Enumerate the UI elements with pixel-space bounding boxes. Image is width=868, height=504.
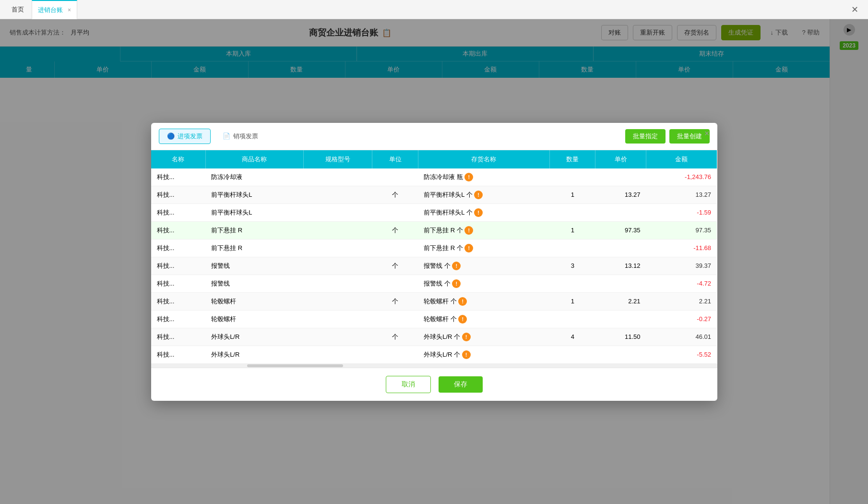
td-spec	[303, 346, 372, 363]
stock-name-text: 前平衡杆球头L 个	[424, 191, 472, 198]
td-stock-name: 前下悬挂 R 个 !	[418, 239, 550, 257]
td-unit	[372, 275, 418, 292]
td-spec	[303, 310, 372, 328]
td-stock-name: 轮毂螺杆 个 !	[418, 310, 550, 328]
td-stock-name: 前平衡杆球头L 个 !	[418, 186, 550, 204]
modal-footer: 取消 保存	[151, 368, 717, 401]
td-price	[595, 204, 646, 221]
td-name: 科技...	[151, 239, 206, 257]
tab-outgoing-label: 销项发票	[233, 132, 258, 141]
modal-scrollbar-thumb	[247, 364, 343, 367]
top-bar: 首页 进销台账 × ✕	[0, 0, 868, 19]
td-spec	[303, 239, 372, 257]
table-row: 科技... 外球头L/R 外球头L/R 个 ! -5.52	[151, 346, 717, 363]
td-stock-name: 外球头L/R 个 !	[418, 328, 550, 346]
td-price	[595, 346, 646, 363]
modal-table-wrap[interactable]: 名称 商品名称 规格型号 单位 存货名称 数量 单价 金额 科技... 防冻冷却…	[151, 150, 717, 364]
modal-scrollbar[interactable]	[151, 364, 717, 368]
table-header-row: 名称 商品名称 规格型号 单位 存货名称 数量 单价 金额	[151, 150, 717, 168]
stock-name-text: 外球头L/R 个	[424, 333, 460, 340]
td-qty	[550, 239, 595, 257]
td-amount: -5.52	[646, 346, 717, 363]
td-price	[595, 275, 646, 292]
window-close-button[interactable]: ✕	[845, 0, 864, 19]
td-amount: 97.35	[646, 221, 717, 239]
td-product-name: 轮毂螺杆	[205, 310, 303, 328]
td-price: 13.12	[595, 257, 646, 275]
td-stock-name: 前下悬挂 R 个 !	[418, 221, 550, 239]
stock-name-text: 前下悬挂 R 个	[424, 244, 463, 252]
th-product-name: 商品名称	[205, 150, 303, 168]
tab-incoming-label: 进项发票	[178, 132, 202, 141]
td-unit: 个	[372, 328, 418, 346]
td-spec	[303, 275, 372, 292]
tab-outgoing-icon: 📄	[223, 132, 230, 140]
th-unit: 单位	[372, 150, 418, 168]
td-amount: 2.21	[646, 292, 717, 310]
warning-icon: !	[474, 191, 483, 199]
batch-create-button[interactable]: 批量创建	[669, 129, 710, 144]
th-qty: 数量	[550, 150, 595, 168]
table-row: 科技... 前平衡杆球头L 前平衡杆球头L 个 ! -1.59	[151, 204, 717, 221]
modal-close-button[interactable]: ×	[704, 129, 710, 139]
td-qty	[550, 346, 595, 363]
modal-table: 名称 商品名称 规格型号 单位 存货名称 数量 单价 金额 科技... 防冻冷却…	[151, 150, 717, 364]
table-row: 科技... 轮毂螺杆 轮毂螺杆 个 ! -0.27	[151, 310, 717, 328]
td-spec	[303, 292, 372, 310]
td-product-name: 外球头L/R	[205, 346, 303, 363]
td-name: 科技...	[151, 221, 206, 239]
tab-incoming-icon: 🔵	[167, 132, 175, 140]
stock-name-text: 前下悬挂 R 个	[424, 227, 463, 234]
batch-assign-button[interactable]: 批量指定	[625, 129, 666, 144]
td-name: 科技...	[151, 186, 206, 204]
table-row: 科技... 前下悬挂 R 个 前下悬挂 R 个 ! 1 97.35 97.35	[151, 221, 717, 239]
stock-name-text: 报警线 个	[424, 280, 451, 287]
th-name: 名称	[151, 150, 206, 168]
warning-icon: !	[458, 315, 467, 324]
top-bar-right: ✕	[845, 0, 864, 19]
td-price: 11.50	[595, 328, 646, 346]
td-unit: 个	[372, 257, 418, 275]
td-spec	[303, 257, 372, 275]
td-unit: 个	[372, 221, 418, 239]
td-spec	[303, 328, 372, 346]
td-unit	[372, 310, 418, 328]
tab-close-icon[interactable]: ×	[68, 1, 71, 19]
td-amount: -1,243.76	[646, 168, 717, 186]
warning-icon: !	[462, 333, 471, 341]
td-product-name: 前下悬挂 R	[205, 221, 303, 239]
table-row: 科技... 前平衡杆球头L 个 前平衡杆球头L 个 ! 1 13.27 13.2…	[151, 186, 717, 204]
tab-active[interactable]: 进销台账 ×	[32, 0, 77, 19]
td-name: 科技...	[151, 292, 206, 310]
th-stock-name: 存货名称	[418, 150, 550, 168]
th-spec: 规格型号	[303, 150, 372, 168]
td-name: 科技...	[151, 257, 206, 275]
td-unit	[372, 239, 418, 257]
cancel-button[interactable]: 取消	[386, 376, 431, 393]
save-button[interactable]: 保存	[439, 376, 483, 393]
table-row: 科技... 外球头L/R 个 外球头L/R 个 ! 4 11.50 46.01	[151, 328, 717, 346]
table-row: 科技... 报警线 个 报警线 个 ! 3 13.12 39.37	[151, 257, 717, 275]
stock-name-text: 防冻冷却液 瓶	[424, 173, 463, 180]
td-name: 科技...	[151, 310, 206, 328]
td-stock-name: 前平衡杆球头L 个 !	[418, 204, 550, 221]
td-price	[595, 168, 646, 186]
table-row: 科技... 防冻冷却液 防冻冷却液 瓶 ! -1,243.76	[151, 168, 717, 186]
tab-home[interactable]: 首页	[4, 0, 32, 19]
td-product-name: 报警线	[205, 257, 303, 275]
td-product-name: 外球头L/R	[205, 328, 303, 346]
tab-active-label: 进销台账	[38, 1, 63, 19]
td-qty: 1	[550, 186, 595, 204]
td-product-name: 前下悬挂 R	[205, 239, 303, 257]
td-price: 97.35	[595, 221, 646, 239]
warning-icon: !	[452, 262, 461, 270]
td-name: 科技...	[151, 168, 206, 186]
modal-header: 🔵 进项发票 📄 销项发票 批量指定 批量创建 ×	[151, 123, 717, 150]
td-price: 2.21	[595, 292, 646, 310]
stock-name-text: 轮毂螺杆 个	[424, 315, 457, 323]
td-price	[595, 310, 646, 328]
tab-incoming-invoice[interactable]: 🔵 进项发票	[159, 129, 211, 144]
tab-outgoing-invoice[interactable]: 📄 销项发票	[214, 129, 266, 144]
td-price	[595, 239, 646, 257]
td-amount: 46.01	[646, 328, 717, 346]
